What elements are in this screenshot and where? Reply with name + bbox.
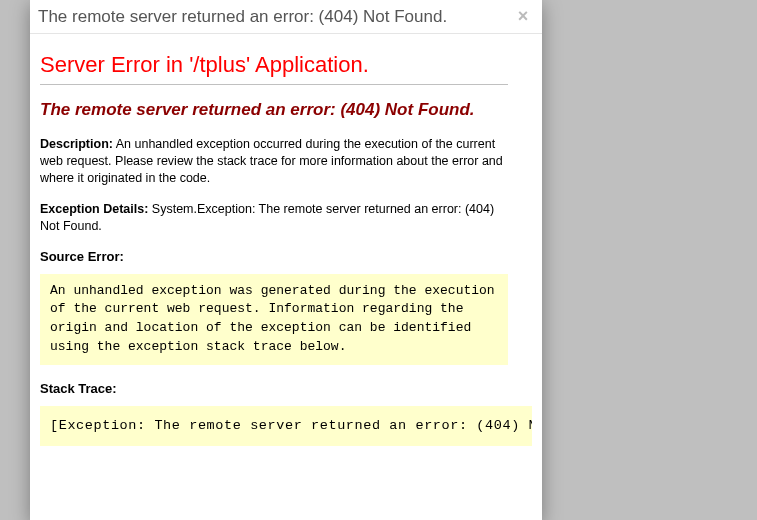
close-icon[interactable]: × xyxy=(514,8,532,26)
description-paragraph: Description: An unhandled exception occu… xyxy=(40,136,508,187)
error-subheading: The remote server returned an error: (40… xyxy=(40,99,508,120)
source-error-label: Source Error: xyxy=(40,249,508,264)
exception-label: Exception Details: xyxy=(40,202,148,216)
dialog-body-scroll[interactable]: Server Error in '/tplus' Application. Th… xyxy=(40,48,532,510)
exception-paragraph: Exception Details: System.Exception: The… xyxy=(40,201,508,235)
dialog-header: The remote server returned an error: (40… xyxy=(30,0,542,34)
error-page: Server Error in '/tplus' Application. Th… xyxy=(40,52,532,446)
error-dialog: The remote server returned an error: (40… xyxy=(30,0,542,520)
divider xyxy=(40,84,508,85)
stack-trace-box: [Exception: The remote server returned a… xyxy=(40,406,532,446)
description-label: Description: xyxy=(40,137,113,151)
stack-trace-label: Stack Trace: xyxy=(40,381,508,396)
source-error-box: An unhandled exception was generated dur… xyxy=(40,274,508,365)
dialog-title: The remote server returned an error: (40… xyxy=(38,7,514,27)
error-heading: Server Error in '/tplus' Application. xyxy=(40,52,508,78)
